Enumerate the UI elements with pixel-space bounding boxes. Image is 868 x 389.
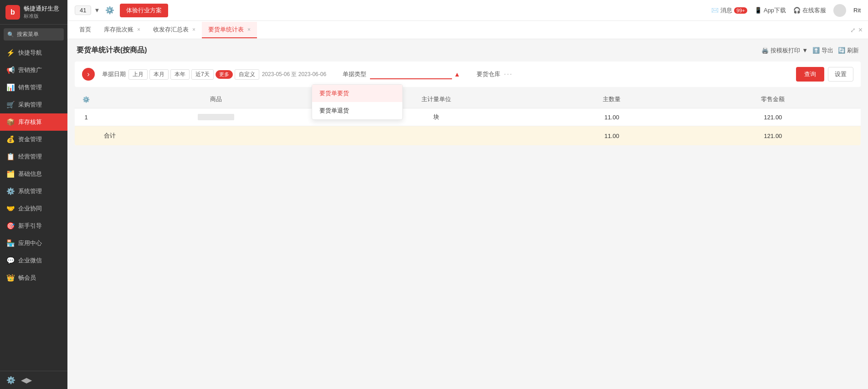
guide-icon: 🎯 [6,222,15,230]
date-btn-7days[interactable]: 近7天 [191,69,214,80]
filter-expand-button[interactable]: › [82,68,95,81]
logo-icon: b [5,5,20,20]
online-service-button[interactable]: 🎧 在线客服 [793,6,826,15]
type-dropdown-arrow[interactable]: ▲ [454,71,460,78]
store-selector[interactable]: 41 ▼ [75,5,100,15]
query-button[interactable]: 查询 [796,67,824,82]
col-settings[interactable]: ⚙️ [75,91,98,108]
logo-text: 畅捷通好生意 标准版 [24,5,59,20]
sidebar-item-enterprise[interactable]: 🤝 企业协同 [0,200,67,217]
date-quick-buttons: 上月 本月 本年 近7天 更多 自定义 [128,69,259,80]
app-logo: b 畅捷通好生意 标准版 [0,0,67,25]
purchase-icon: 🛒 [6,101,15,109]
industry-solution-button[interactable]: 体验行业方案 [120,4,168,17]
sidebar-bottom: ⚙️ ◀▶ [0,371,67,389]
sidebar-item-finance[interactable]: 💰 资金管理 [0,131,67,148]
tab-close-inventory-batch[interactable]: × [137,26,140,33]
date-range-text: 2023-05-06 至 2023-06-06 [262,71,326,78]
date-btn-this-month[interactable]: 本月 [149,69,169,80]
tab-close-receive-summary[interactable]: × [192,26,195,33]
footer-empty-1 [75,126,98,146]
sidebar-item-appstore[interactable]: 🏪 应用中心 [0,235,67,252]
tab-request-order[interactable]: 要货单统计表 × [202,22,257,38]
dropdown-item-order[interactable]: 要货单要货 [312,85,402,102]
date-btn-last-month[interactable]: 上月 [128,69,148,80]
user-name: Rit [853,7,861,14]
print-arrow-icon: ▼ [802,47,808,54]
product-name-placeholder [198,114,234,120]
footer-label: 合计 [98,126,334,146]
date-filter-label: 单据日期 [102,70,126,78]
refresh-icon: 🔄 [838,47,845,54]
tab-inventory-batch[interactable]: 库存批次账 × [98,22,147,38]
filter-actions: 查询 设置 [796,67,853,82]
sidebar-item-member[interactable]: 👑 畅会员 [0,269,67,287]
tabbar: 首页 库存批次账 × 收发存汇总表 × 要货单统计表 × ⤢ × [67,21,868,39]
footer-quantity: 11.00 [538,126,685,146]
sidebar-item-system[interactable]: ⚙️ 系统管理 [0,183,67,200]
print-button[interactable]: 🖨️ 按模板打印 ▼ [761,46,808,55]
data-table-wrap: ⚙️ 商品 主计量单位 主数量 零售金额 1 [75,91,861,145]
store-number[interactable]: 41 [75,5,91,15]
cell-index: 1 [75,108,98,126]
phone-icon: 📱 [755,7,762,14]
tab-home[interactable]: 首页 [73,22,98,38]
warehouse-filter-label: 要货仓库 [477,70,500,78]
col-product: 商品 [98,91,334,108]
app-download-button[interactable]: 📱 App下载 [755,6,786,15]
dropdown-item-return[interactable]: 要货单退货 [312,102,402,119]
headset-icon: 🎧 [793,7,801,14]
main-area: 41 ▼ ⚙️ 体验行业方案 ✉️ 消息 99+ 📱 App下载 🎧 在线客服 … [67,0,868,389]
operations-icon: 📋 [6,153,15,161]
sidebar-item-guide[interactable]: 🎯 新手引导 [0,217,67,235]
page-actions: 🖨️ 按模板打印 ▼ ⬆️ 导出 🔄 刷新 [761,46,859,55]
tab-close-request-order[interactable]: × [247,26,251,33]
date-btn-this-year[interactable]: 本年 [170,69,190,80]
topbar-left: 41 ▼ ⚙️ 体验行业方案 [75,4,168,17]
settings-bottom-icon[interactable]: ⚙️ [6,376,15,384]
topbar: 41 ▼ ⚙️ 体验行业方案 ✉️ 消息 99+ 📱 App下载 🎧 在线客服 … [67,0,868,21]
export-button[interactable]: ⬆️ 导出 [812,46,833,55]
sidebar-item-basic[interactable]: 🗂️ 基础信息 [0,165,67,183]
warehouse-filter-group: 要货仓库 ··· [477,70,513,78]
footer-amount: 121.00 [685,126,861,146]
cell-quantity: 11.00 [538,108,685,126]
tab-expand-icon[interactable]: ⤢ [850,26,856,34]
basic-icon: 🗂️ [6,170,15,178]
date-btn-custom[interactable]: 自定义 [235,69,259,80]
warehouse-more-icon[interactable]: ··· [504,70,513,78]
weixin-icon: 💬 [6,256,15,265]
sidebar-item-weixin[interactable]: 💬 企业微信 [0,252,67,269]
table-header-row: ⚙️ 商品 主计量单位 主数量 零售金额 [75,91,861,108]
sidebar-item-operations[interactable]: 📋 经营管理 [0,148,67,165]
type-input-wrap: ▲ [370,70,460,79]
export-icon: ⬆️ [812,47,820,54]
type-filter-input[interactable] [370,70,452,79]
topbar-gear-icon[interactable]: ⚙️ [105,6,114,15]
enterprise-icon: 🤝 [6,205,15,213]
tab-close-all-icon[interactable]: × [858,26,863,34]
member-icon: 👑 [6,274,15,282]
filter-bar: › 单据日期 上月 本月 本年 近7天 更多 自定义 2023-05-06 至 … [75,61,861,87]
inventory-icon: 📦 [6,118,15,126]
col-amount: 零售金额 [685,91,861,108]
sidebar-item-marketing[interactable]: 📢 营销推广 [0,61,67,79]
sidebar-nav: ⚡ 快捷导航 📢 营销推广 📊 销售管理 🛒 采购管理 📦 库存核算 💰 资金管… [0,44,67,371]
collapse-bottom-icon[interactable]: ◀▶ [21,376,32,384]
settings-button[interactable]: 设置 [828,67,853,82]
date-btn-more[interactable]: 更多 [216,70,233,79]
sidebar-item-purchase[interactable]: 🛒 采购管理 [0,96,67,113]
page-title: 要货单统计表(按商品) [77,46,147,55]
type-filter-label: 单据类型 [343,70,366,78]
sidebar-search[interactable]: 🔍 搜索菜单 [4,28,64,41]
appstore-icon: 🏪 [6,239,15,247]
message-button[interactable]: ✉️ 消息 99+ [711,6,747,15]
store-dropdown-arrow[interactable]: ▼ [94,7,100,14]
sidebar-item-shortcut[interactable]: ⚡ 快捷导航 [0,44,67,61]
tab-receive-summary[interactable]: 收发存汇总表 × [147,22,202,38]
sidebar-item-sales[interactable]: 📊 销售管理 [0,79,67,96]
sidebar-item-inventory[interactable]: 📦 库存核算 [0,113,67,131]
cell-amount: 121.00 [685,108,861,126]
refresh-button[interactable]: 🔄 刷新 [838,46,859,55]
user-avatar[interactable] [833,4,846,17]
